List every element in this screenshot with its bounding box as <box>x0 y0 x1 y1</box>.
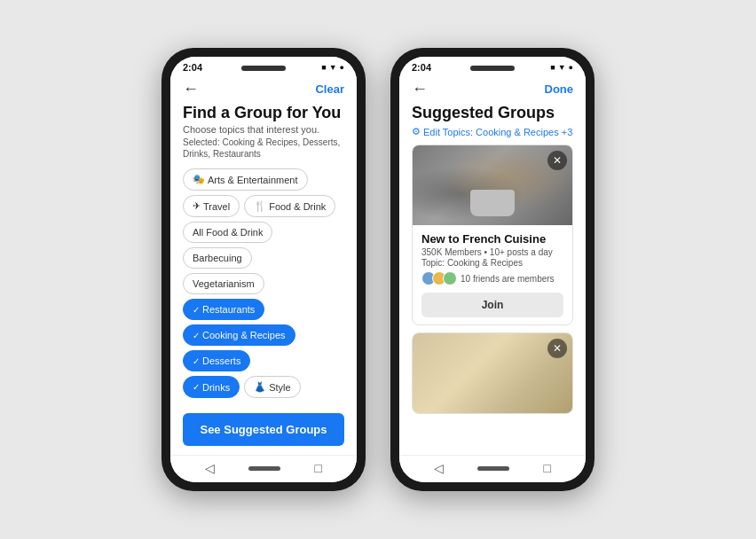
recent-nav-icon[interactable]: □ <box>314 461 321 475</box>
join-button-1[interactable]: Join <box>421 293 563 317</box>
chip-restaurants-label: Restaurants <box>202 304 255 315</box>
chip-all-food-label: All Food & Drink <box>193 227 263 238</box>
wifi-icon: ● <box>340 63 344 72</box>
left-phone: 2:04 ■ ▼ ● ← Clear Find a Group for You … <box>161 48 366 491</box>
chip-all-food[interactable]: All Food & Drink <box>183 222 272 243</box>
find-subtitle: Choose topics that interest you. <box>183 124 344 135</box>
chip-restaurants[interactable]: ✓ Restaurants <box>183 299 264 320</box>
style-icon: 👗 <box>254 381 266 393</box>
bottom-nav-left: ◁ □ <box>170 455 357 482</box>
friend-avatars-1 <box>421 271 457 285</box>
find-selected: Selected: Cooking & Recipes, Desserts, D… <box>183 137 344 160</box>
nav-bar-left: ← Clear <box>170 74 357 104</box>
left-phone-screen: 2:04 ■ ▼ ● ← Clear Find a Group for You … <box>170 57 357 482</box>
chip-barbecuing-label: Barbecuing <box>193 253 242 263</box>
back-button-right[interactable]: ← <box>412 80 428 98</box>
group-topic-1: Topic: Cooking & Recipes <box>421 258 563 268</box>
phone-speaker <box>241 66 286 71</box>
back-nav-icon-right[interactable]: ◁ <box>434 461 444 475</box>
group-friends-1: 10 friends are members <box>421 271 563 285</box>
gear-icon: ⚙ <box>412 126 421 137</box>
right-screen-content: Suggested Groups ⚙ Edit Topics: Cooking … <box>399 104 586 455</box>
chip-style-label: Style <box>269 382 290 393</box>
chip-arts-label: Arts & Entertainment <box>208 175 298 185</box>
group-card-2: ✕ <box>412 332 573 414</box>
bottom-nav-right: ◁ □ <box>399 455 586 482</box>
wifi-icon-right: ● <box>569 63 573 72</box>
chip-row-2: ✈ Travel 🍴 Food & Drink <box>183 195 344 217</box>
chip-cooking[interactable]: ✓ Cooking & Recipes <box>183 324 295 346</box>
status-time-right: 2:04 <box>412 62 431 73</box>
group-card-body-1: New to French Cuisine 350K Members • 10+… <box>413 225 572 324</box>
chip-drinks-label: Drinks <box>202 382 230 393</box>
edit-topics-label: Edit Topics: Cooking & Recipes +3 <box>423 127 572 137</box>
chip-vegetarianism[interactable]: Vegetarianism <box>183 273 264 294</box>
chip-food-drink[interactable]: 🍴 Food & Drink <box>244 195 335 217</box>
chip-row-4: Vegetarianism ✓ Restaurants <box>183 273 344 320</box>
group-members-1: 350K Members • 10+ posts a day <box>421 247 563 257</box>
check-drinks-icon: ✓ <box>193 382 200 392</box>
chip-cooking-label: Cooking & Recipes <box>202 330 286 340</box>
suggested-scroll: ✕ New to French Cuisine 350K Members • 1… <box>412 145 573 455</box>
home-pill[interactable] <box>248 466 280 471</box>
left-screen-content: Find a Group for You Choose topics that … <box>170 104 357 455</box>
edit-topics-link[interactable]: ⚙ Edit Topics: Cooking & Recipes +3 <box>412 126 573 137</box>
bottom-btn-area: See Suggested Groups <box>183 406 344 455</box>
suggested-title: Suggested Groups <box>412 104 573 122</box>
battery-icon: ■ <box>321 63 326 72</box>
topics-area: 🎭 Arts & Entertainment ✈ Travel 🍴 Food &… <box>183 168 344 406</box>
status-icons-left: ■ ▼ ● <box>321 63 344 72</box>
status-icons-right: ■ ▼ ● <box>550 63 573 72</box>
chip-style[interactable]: 👗 Style <box>244 376 300 398</box>
check-cooking-icon: ✓ <box>193 331 200 340</box>
pot-icon <box>470 190 515 216</box>
home-pill-right[interactable] <box>477 466 509 471</box>
chip-travel[interactable]: ✈ Travel <box>183 195 240 217</box>
group-card-image-2: ✕ <box>413 333 572 413</box>
signal-icon-right: ▼ <box>558 63 566 72</box>
clear-button[interactable]: Clear <box>315 82 344 96</box>
chip-food-label: Food & Drink <box>269 201 326 212</box>
recent-nav-icon-right[interactable]: □ <box>543 461 550 475</box>
battery-icon-right: ■ <box>550 63 555 72</box>
chip-veg-label: Vegetarianism <box>193 278 255 289</box>
chip-drinks[interactable]: ✓ Drinks <box>183 376 240 398</box>
friend-avatar-3 <box>443 271 457 285</box>
status-time-left: 2:04 <box>183 62 202 73</box>
chip-arts[interactable]: 🎭 Arts & Entertainment <box>183 168 308 191</box>
nav-bar-right: ← Done <box>399 74 586 104</box>
see-groups-button[interactable]: See Suggested Groups <box>183 413 344 446</box>
phone-speaker-right <box>470 66 515 71</box>
check-restaurants-icon: ✓ <box>193 305 200 315</box>
chip-row-3: All Food & Drink Barbecuing <box>183 222 344 269</box>
chip-desserts-label: Desserts <box>202 355 240 366</box>
check-desserts-icon: ✓ <box>193 356 200 366</box>
right-phone-screen: 2:04 ■ ▼ ● ← Done Suggested Groups ⚙ Edi… <box>399 57 586 482</box>
signal-icon: ▼ <box>329 63 337 72</box>
main-container: 2:04 ■ ▼ ● ← Clear Find a Group for You … <box>161 48 595 491</box>
right-phone: 2:04 ■ ▼ ● ← Done Suggested Groups ⚙ Edi… <box>390 48 595 491</box>
back-button-left[interactable]: ← <box>183 80 199 98</box>
dismiss-card-2-button[interactable]: ✕ <box>547 339 567 358</box>
travel-icon: ✈ <box>193 200 201 212</box>
friend-count-1: 10 friends are members <box>461 274 555 284</box>
group-card-1: ✕ New to French Cuisine 350K Members • 1… <box>412 145 573 325</box>
food-icon: 🍴 <box>254 200 266 212</box>
chip-barbecuing[interactable]: Barbecuing <box>183 247 252 269</box>
chip-row-5: ✓ Cooking & Recipes ✓ Desserts <box>183 324 344 371</box>
chip-desserts[interactable]: ✓ Desserts <box>183 350 250 371</box>
group-name-1: New to French Cuisine <box>421 232 563 246</box>
find-title: Find a Group for You <box>183 104 344 122</box>
chip-travel-label: Travel <box>203 201 230 212</box>
dismiss-card-1-button[interactable]: ✕ <box>547 151 567 170</box>
chip-row-1: 🎭 Arts & Entertainment <box>183 168 344 191</box>
group-card-image-1: ✕ <box>413 145 572 225</box>
back-nav-icon[interactable]: ◁ <box>205 461 215 475</box>
done-button[interactable]: Done <box>545 82 574 96</box>
arts-icon: 🎭 <box>193 174 205 185</box>
